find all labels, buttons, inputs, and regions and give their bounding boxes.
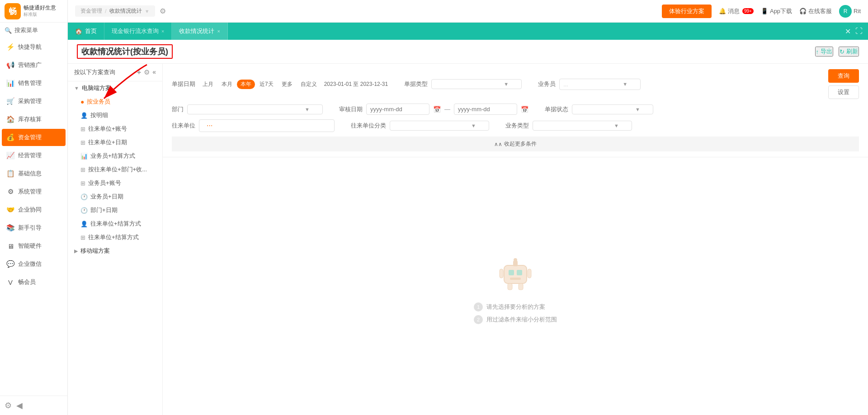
tree-item-by-salesperson[interactable]: ● 按业务员 [68,95,162,108]
date-tab-last-month[interactable]: 上月 [199,80,217,89]
tree-item-unit-settle2[interactable]: ⊞ 往来单位+结算方式 [68,231,162,244]
tree-item-sales-account[interactable]: ⊞ 业务员+账号 [68,176,162,190]
topbar-gear-icon[interactable]: ⚙ [160,7,166,15]
date-tab-custom[interactable]: 自定义 [297,80,321,89]
unit-account-label: 往来单位+账号 [88,125,127,133]
panel-collapse-icon[interactable]: « [152,68,156,76]
sidebar-item-sales[interactable]: 📊 销售管理 [2,75,66,92]
unit-category-arrow: ▼ [471,123,476,128]
tab-bank[interactable]: 现金银行流水查询 × [104,23,172,40]
breadcrumb[interactable]: 资金管理 / 收款情况统计 ▼ [75,5,155,17]
sidebar-item-quick-nav[interactable]: ⚡ 快捷导航 [2,38,66,56]
sidebar-item-finance[interactable]: 💰 资金管理 [2,129,66,146]
notifications-label: 消息 [728,7,740,15]
audit-date-start[interactable] [366,104,429,115]
online-service[interactable]: 🎧 在线客服 [799,7,832,15]
tree-item-unit-date[interactable]: ⊞ 往来单位+日期 [68,136,162,149]
doc-status-arrow: ▼ [635,107,640,112]
desktop-section[interactable]: ▼ 电脑端方案 [68,81,162,95]
tab-expand-btn[interactable]: ⛶ [855,27,863,35]
sidebar-item-operations[interactable]: 📈 经营管理 [2,147,66,164]
tab-collection[interactable]: 收款情况统计 × [172,23,227,40]
dept-select[interactable]: ▼ [187,104,323,114]
tab-home[interactable]: 🏠 首页 [68,23,104,40]
date-tab-last7[interactable]: 近7天 [256,80,277,89]
step-1-num: 1 [474,302,483,311]
quick-nav-label: 快捷导航 [18,43,42,51]
user-avatar[interactable]: R Rit [839,5,861,18]
sidebar-item-newbie[interactable]: 📚 新手引导 [2,219,66,236]
search-icon: 🔍 [5,27,12,34]
dept-arrow: ▼ [305,107,310,112]
settings-btn[interactable]: 设置 [828,85,859,99]
member-label: 畅会员 [18,278,36,286]
tree-item-sales-date[interactable]: 🕐 业务员+日期 [68,190,162,203]
desktop-section-label: 电脑端方案 [82,84,111,92]
sidebar-search[interactable]: 🔍 搜索菜单 [0,23,67,38]
salesperson-label: 按业务员 [87,98,110,106]
refresh-btn[interactable]: ↻ 刷新 [839,47,859,57]
system-label: 系统管理 [18,188,42,196]
tabbar-right: ✕ ⛶ [840,23,868,40]
doc-status-select[interactable]: ▼ [572,104,653,114]
tree-item-unit-account[interactable]: ⊞ 往来单位+账号 [68,122,162,136]
query-btn[interactable]: 查询 [828,69,859,83]
tree-item-sales-settle[interactable]: 📊 业务员+结算方式 [68,149,162,163]
doc-type-select[interactable]: ▼ [431,79,522,89]
inventory-icon: 🏠 [6,115,14,123]
tab-close-all-btn[interactable]: ✕ [845,27,851,36]
unit-category-select[interactable]: ▼ [390,121,489,131]
sidebar-bottom: ⚙ ◀ [0,396,67,415]
mobile-section-arrow: ▶ [74,248,78,254]
breadcrumb-arrow: ▼ [145,9,150,14]
sidebar-collapse-icon[interactable]: ◀ [16,401,23,410]
salesperson-select[interactable]: ... ▼ [559,79,641,90]
unit-more-btn[interactable]: ··· [207,122,212,130]
audit-date-end[interactable] [454,104,517,115]
search-label: 搜索菜单 [14,26,38,34]
sales-date-icon: 🕐 [80,193,88,200]
add-scheme-btn[interactable]: + [137,68,141,76]
tree-item-unit-dept[interactable]: ⊞ 按往来单位+部门+收... [68,163,162,176]
mobile-section[interactable]: ▶ 移动端方案 [68,244,162,258]
home-icon: 🏠 [75,28,82,35]
svg-rect-6 [500,269,503,278]
svg-rect-7 [528,269,531,278]
collapse-more-bar[interactable]: ∧∧ 收起更多条件 [172,137,859,151]
calendar-end-icon[interactable]: 📅 [521,106,528,113]
sidebar-item-system[interactable]: ⚙ 系统管理 [2,183,66,200]
tab-bank-close[interactable]: × [161,28,164,34]
sidebar-item-wechat[interactable]: 💬 企业微信 [2,255,66,273]
date-tab-more[interactable]: 更多 [278,80,296,89]
sidebar-item-smart[interactable]: 🖥 智能硬件 [2,237,66,255]
scheme-settings-icon[interactable]: ⚙ [144,68,150,76]
sidebar-item-basic[interactable]: 📋 基础信息 [2,165,66,182]
notification-badge: 99+ [742,8,754,14]
salesperson-placeholder: ... [563,81,568,88]
left-panel: 按以下方案查询 + ⚙ « ▼ 电脑端方案 ● 按业务员 👤 按明细 [68,64,163,415]
unit-select[interactable]: ··· [199,119,335,132]
date-tab-this-month[interactable]: 本月 [218,80,236,89]
export-btn[interactable]: ↑ 导出 [815,47,834,57]
app-download[interactable]: 📱 App下载 [761,7,792,15]
sidebar-item-member[interactable]: V 畅会员 [2,274,66,291]
date-tab-this-year[interactable]: 本年 [237,80,255,89]
tree-item-by-detail[interactable]: 👤 按明细 [68,108,162,122]
sidebar-item-marketing[interactable]: 📢 营销推广 [2,57,66,74]
notifications[interactable]: 🔔 消息 99+ [719,7,754,15]
calendar-start-icon[interactable]: 📅 [433,106,441,113]
trial-btn[interactable]: 体验行业方案 [662,5,712,18]
tab-collection-close[interactable]: × [217,28,220,34]
sidebar-item-purchase[interactable]: 🛒 采购管理 [2,93,66,110]
biz-type-select[interactable]: ▼ [533,121,632,131]
empty-step-2: 2 用过滤条件来缩小分析范围 [474,315,557,324]
sidebar-settings-icon[interactable]: ⚙ [5,401,12,410]
tree-item-unit-settle1[interactable]: 👤 往来单位+结算方式 [68,217,162,231]
marketing-icon: 📢 [6,61,14,69]
breadcrumb-current: 收款情况统计 [109,7,142,15]
sidebar-item-enterprise[interactable]: 🤝 企业协同 [2,201,66,218]
sidebar-item-inventory[interactable]: 🏠 库存核算 [2,111,66,128]
tree-item-dept-date[interactable]: 🕐 部门+日期 [68,203,162,217]
doc-status-filter: 单据状态 ▼ [545,104,653,114]
detail-icon: 👤 [80,112,88,119]
